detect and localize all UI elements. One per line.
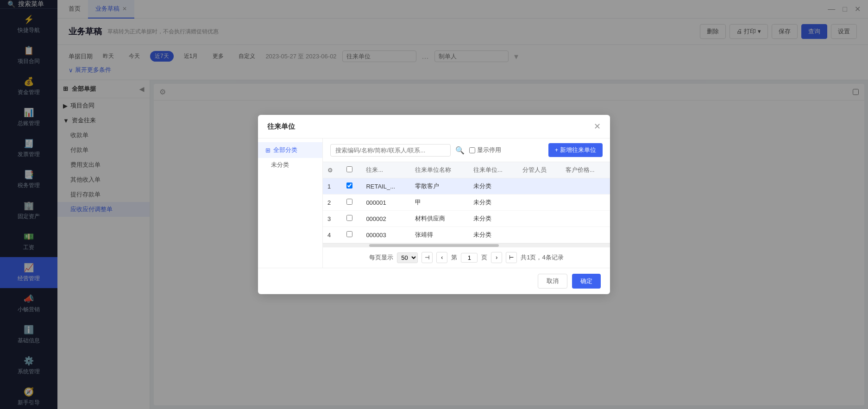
row-price bbox=[561, 211, 610, 227]
table-row[interactable]: 1 RETAIL_... 零散客户 未分类 bbox=[323, 178, 610, 195]
row-name: 甲 bbox=[410, 195, 469, 211]
horizontal-scrollbar[interactable] bbox=[323, 243, 610, 247]
partner-modal: 往来单位 ✕ ⊞ 全部分类 未分类 🔍 bbox=[258, 115, 610, 294]
row-name: 零散客户 bbox=[410, 178, 469, 195]
show-disabled-label: 显示停用 bbox=[469, 146, 501, 154]
modal-table: ⚙ 往来... 往来单位名称 往来单位... 分管人员 客户价格... bbox=[323, 162, 610, 243]
row-checkbox[interactable] bbox=[342, 211, 361, 227]
row-manager bbox=[518, 195, 560, 211]
row-manager bbox=[518, 178, 560, 195]
row-category: 未分类 bbox=[469, 178, 518, 195]
row-checkbox[interactable] bbox=[342, 178, 361, 195]
per-page-select[interactable]: 50 bbox=[397, 252, 418, 263]
modal-pagination: 每页显示 50 ⊣ ‹ 第 页 › ⊢ 共1页，4条记录 bbox=[323, 247, 610, 268]
page-label: 第 bbox=[451, 253, 457, 262]
col-price[interactable]: 客户价格... bbox=[561, 162, 610, 178]
row-checkbox[interactable] bbox=[342, 227, 361, 243]
modal-sidebar: ⊞ 全部分类 未分类 bbox=[258, 138, 323, 268]
modal-header: 往来单位 ✕ bbox=[258, 115, 610, 138]
cancel-button[interactable]: 取消 bbox=[538, 274, 567, 289]
modal-sidebar-unclassified[interactable]: 未分类 bbox=[258, 158, 322, 172]
col-settings[interactable]: ⚙ bbox=[323, 162, 342, 178]
col-settings-icon: ⚙ bbox=[327, 167, 333, 174]
modal-close-icon[interactable]: ✕ bbox=[594, 121, 601, 132]
col-category[interactable]: 往来单位... bbox=[469, 162, 518, 178]
add-partner-button[interactable]: + 新增往来单位 bbox=[548, 143, 603, 157]
page-num-input[interactable] bbox=[461, 253, 478, 263]
row-price bbox=[561, 178, 610, 195]
row-code: 000003 bbox=[361, 227, 410, 243]
scrollbar-thumb[interactable] bbox=[369, 244, 499, 247]
row-code: RETAIL_... bbox=[361, 178, 410, 195]
modal-main: 🔍 显示停用 + 新增往来单位 ⚙ 往来... bbox=[323, 138, 610, 268]
last-page-btn[interactable]: ⊢ bbox=[506, 252, 517, 263]
modal-footer: 取消 确定 bbox=[258, 268, 610, 294]
row-code: 000001 bbox=[361, 195, 410, 211]
modal-table-wrap: ⚙ 往来... 往来单位名称 往来单位... 分管人员 客户价格... bbox=[323, 162, 610, 247]
prev-page-btn[interactable]: ‹ bbox=[436, 252, 447, 263]
table-row[interactable]: 4 000003 张靖得 未分类 bbox=[323, 227, 610, 243]
modal-overlay[interactable]: 往来单位 ✕ ⊞ 全部分类 未分类 🔍 bbox=[0, 0, 868, 409]
modal-search-bar: 🔍 显示停用 + 新增往来单位 bbox=[323, 138, 610, 162]
table-select-all[interactable] bbox=[346, 166, 352, 172]
show-disabled-checkbox[interactable] bbox=[469, 147, 475, 153]
row-code: 000002 bbox=[361, 211, 410, 227]
next-page-btn[interactable]: › bbox=[491, 252, 502, 263]
modal-title: 往来单位 bbox=[267, 122, 295, 131]
grid-icon-small: ⊞ bbox=[265, 147, 270, 154]
row-name: 张靖得 bbox=[410, 227, 469, 243]
col-manager[interactable]: 分管人员 bbox=[518, 162, 560, 178]
row-category: 未分类 bbox=[469, 211, 518, 227]
row-manager bbox=[518, 211, 560, 227]
modal-search-icon[interactable]: 🔍 bbox=[455, 146, 465, 155]
table-row[interactable]: 2 000001 甲 未分类 bbox=[323, 195, 610, 211]
col-name[interactable]: 往来单位名称 bbox=[410, 162, 469, 178]
row-no: 3 bbox=[323, 211, 342, 227]
first-page-btn[interactable]: ⊣ bbox=[421, 252, 433, 263]
confirm-button[interactable]: 确定 bbox=[572, 274, 601, 289]
col-code[interactable]: 往来... bbox=[361, 162, 410, 178]
row-manager bbox=[518, 227, 560, 243]
row-category: 未分类 bbox=[469, 195, 518, 211]
row-no: 2 bbox=[323, 195, 342, 211]
row-price bbox=[561, 227, 610, 243]
table-row[interactable]: 3 000002 材料供应商 未分类 bbox=[323, 211, 610, 227]
row-no: 4 bbox=[323, 227, 342, 243]
row-checkbox[interactable] bbox=[342, 195, 361, 211]
total-records: 共1页，4条记录 bbox=[521, 253, 563, 262]
row-name: 材料供应商 bbox=[410, 211, 469, 227]
modal-body: ⊞ 全部分类 未分类 🔍 显示停用 + 新增往来单位 bbox=[258, 138, 610, 268]
modal-search-input[interactable] bbox=[330, 144, 451, 157]
per-page-label: 每页显示 bbox=[369, 253, 393, 262]
modal-sidebar-all[interactable]: ⊞ 全部分类 bbox=[258, 142, 322, 158]
page-suffix: 页 bbox=[481, 253, 487, 262]
row-price bbox=[561, 195, 610, 211]
row-no: 1 bbox=[323, 178, 342, 195]
col-checkbox[interactable] bbox=[342, 162, 361, 178]
row-category: 未分类 bbox=[469, 227, 518, 243]
